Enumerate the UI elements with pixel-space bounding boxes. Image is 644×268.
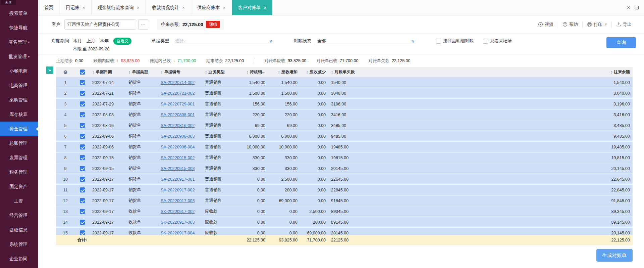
row-checkbox[interactable] [80, 123, 85, 128]
doc-number-link[interactable]: SA-20220915-003 [161, 166, 195, 171]
doc-number-link[interactable]: SA-20220808-001 [161, 113, 195, 117]
row-checkbox[interactable] [80, 220, 85, 225]
doc-number-link[interactable]: SA-20220915-002 [161, 155, 195, 160]
status-select[interactable]: 全部 ∨ [315, 37, 416, 45]
help-button[interactable]: ? 帮助 [558, 21, 582, 28]
export-button[interactable]: 导出 [611, 21, 636, 28]
tab-close-icon[interactable]: × [137, 5, 140, 10]
sidebar-item[interactable]: 资金管理 [0, 122, 38, 136]
sidebar-item[interactable]: 税务管理 [0, 165, 38, 179]
tab-close-icon[interactable]: × [264, 5, 266, 10]
sidebar-item[interactable]: 采购管理 [0, 93, 38, 107]
doc-number-link[interactable]: SA-20220917-002 [161, 188, 195, 192]
row-checkbox[interactable] [80, 209, 85, 214]
row-checkbox[interactable] [80, 91, 85, 96]
row-checkbox[interactable] [80, 177, 85, 182]
table-row[interactable]: 15 2022-09-17 收款单 SK-20220917-004 应收款 0.… [56, 228, 633, 235]
table-row[interactable]: 1 2022-07-14 销货单 SA-20220714-002 普通销售 1,… [56, 77, 633, 88]
table-row[interactable]: 3 2022-07-29 销货单 SA-20220729-001 普通销售 15… [56, 99, 633, 109]
table-row[interactable]: 12 2022-09-17 销货单 SA-20220917-003 普通销售 0… [56, 195, 633, 206]
sidebar-item[interactable]: 固定资产 [0, 179, 38, 194]
doc-number-link[interactable]: SA-20220721-002 [161, 91, 195, 96]
sidebar-item[interactable]: 发票管理 [0, 150, 38, 165]
col-header-owed[interactable]: 对账单欠款 [328, 67, 361, 77]
col-header-pending[interactable]: 待核销... [234, 67, 268, 77]
tab[interactable]: 供应商账本 × [191, 0, 232, 15]
doc-number-link[interactable]: SA-20220714-002 [161, 80, 195, 85]
col-header-date[interactable]: 单据日期 [90, 67, 126, 77]
row-checkbox[interactable] [80, 155, 85, 160]
gear-icon[interactable]: ⚙ [63, 70, 68, 75]
sidebar-item[interactable]: 零售管理 ▾ [0, 35, 38, 49]
close-icon[interactable]: × [627, 4, 630, 11]
expand-panel-button[interactable]: » [46, 66, 53, 74]
doc-number-link[interactable]: SA-20220917-003 [161, 198, 195, 203]
tab[interactable]: 收款情况统计 × [146, 0, 191, 15]
sidebar-item[interactable]: 基础信息 [0, 223, 38, 237]
checkbox-icon[interactable] [483, 39, 488, 44]
col-header-balance[interactable]: 往来余额 [592, 67, 633, 77]
table-row[interactable]: 14 2022-09-17 收款单 SK-20220917-003 应收款 0.… [56, 217, 633, 228]
table-row[interactable]: 11 2022-09-17 销货单 SA-20220917-002 普通销售 0… [56, 185, 633, 195]
row-checkbox[interactable] [80, 230, 85, 235]
row-checkbox[interactable] [80, 112, 85, 117]
sidebar-item[interactable]: 批发管理 ▾ [0, 49, 38, 64]
sidebar-item[interactable]: 企业协同 [0, 252, 38, 266]
video-button[interactable]: 视频 [534, 21, 558, 28]
table-row[interactable]: 5 2022-08-16 销货单 SA-20220816-002 普通销售 69… [56, 120, 633, 131]
select-all-checkbox[interactable] [80, 70, 85, 75]
tab-close-icon[interactable]: × [182, 5, 185, 10]
customer-more-button[interactable]: ⋯ [138, 19, 148, 30]
tab[interactable]: 客户对账单 × [232, 0, 273, 15]
row-checkbox[interactable] [80, 198, 85, 203]
period-option-custom-badge[interactable]: 自定义 [113, 38, 131, 45]
doc-number-link[interactable]: SA-20220906-004 [161, 145, 195, 149]
tab[interactable]: 现金银行流水查询 × [92, 0, 146, 15]
table-row[interactable]: 6 2022-09-06 销货单 SA-20220906-003 普通销售 6,… [56, 131, 633, 142]
sidebar-item[interactable]: 工资 [0, 194, 38, 208]
col-header-increase[interactable]: 应收增加 [268, 67, 300, 77]
col-header-decrease[interactable]: 应收减少 [300, 67, 328, 77]
row-checkbox[interactable] [80, 134, 85, 139]
checkbox-icon[interactable] [436, 39, 441, 44]
col-header-doc-no[interactable]: 单据编号 [158, 67, 202, 77]
sidebar-item[interactable]: 经营管理 [0, 208, 38, 223]
tab-close-icon[interactable]: × [83, 5, 85, 10]
row-checkbox[interactable] [80, 187, 85, 192]
table-row[interactable]: 7 2022-09-06 销货单 SA-20220906-004 普通销售 10… [56, 142, 633, 152]
doc-number-link[interactable]: SK-20220917-004 [161, 231, 195, 235]
doc-number-link[interactable]: SA-20220906-003 [161, 134, 195, 139]
sidebar-item[interactable]: 库存核算 [0, 107, 38, 122]
doc-number-link[interactable]: SK-20220917-003 [161, 220, 195, 225]
row-checkbox[interactable] [80, 166, 85, 171]
table-row[interactable]: 10 2022-09-17 销货单 SA-20220917-001 普通销售 0… [56, 174, 633, 185]
sidebar-item[interactable]: 总账管理 [0, 136, 38, 150]
sidebar-item[interactable]: 快捷导航 [0, 20, 38, 35]
table-row[interactable]: 8 2022-09-15 销货单 SA-20220915-002 普通销售 33… [56, 152, 633, 163]
tab[interactable]: 首页 [38, 0, 60, 15]
period-option-this-month[interactable]: 本月 [73, 38, 82, 44]
doc-number-link[interactable]: SA-20220729-001 [161, 102, 195, 106]
fullscreen-icon[interactable] [635, 6, 639, 9]
col-header-doc-type[interactable]: 单据类型 [126, 67, 158, 77]
tab[interactable]: 日记账 × [60, 0, 92, 15]
doc-number-link[interactable]: SK-20220917-002 [161, 209, 195, 214]
doc-number-link[interactable]: SA-20220816-002 [161, 123, 195, 128]
row-checkbox[interactable] [80, 101, 85, 106]
tab-close-icon[interactable]: × [223, 5, 226, 10]
sidebar-item[interactable]: 电商管理 [0, 78, 38, 93]
table-row[interactable]: 13 2022-09-17 收款单 SK-20220917-002 应收款 0.… [56, 206, 633, 217]
col-header-biz-type[interactable]: 业务类型 [202, 67, 234, 77]
table-row[interactable]: 9 2022-09-15 销货单 SA-20220915-003 普通销售 33… [56, 163, 633, 174]
sidebar-item[interactable]: 系统管理 [0, 237, 38, 252]
print-button[interactable]: 打印 ∨ [582, 21, 611, 28]
doc-type-select[interactable]: 选择... ∨ [173, 37, 274, 45]
table-row[interactable]: 2 2022-07-21 销货单 SA-20220721-002 普通销售 1,… [56, 88, 633, 99]
query-button[interactable]: 查询 [606, 37, 636, 48]
sidebar-item[interactable]: 小畅电商 [0, 64, 38, 78]
row-checkbox[interactable] [80, 144, 85, 149]
period-option-last-month[interactable]: 上月 [87, 38, 95, 44]
table-row[interactable]: 4 2022-08-08 销货单 SA-20220808-001 普通销售 22… [56, 109, 633, 120]
detail-checkbox[interactable]: 按商品明细对账 [436, 37, 474, 45]
generate-statement-button[interactable]: 生成对账单 [596, 249, 633, 262]
